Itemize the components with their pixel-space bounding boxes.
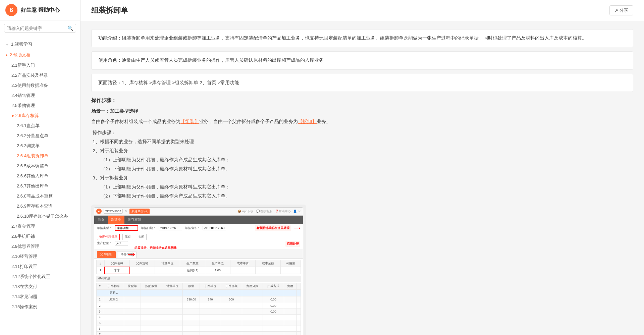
ss-close-btn[interactable]: 关闭 — [136, 234, 147, 240]
path-text: 1、库存核算->库存管理->组装拆卸单 2、首页->常用功能 — [122, 80, 239, 85]
th-avail: 可用量 — [280, 260, 301, 267]
ss-sub-table: # 子件名称 按配单 按配数量 计量单位 数量 子件单价 子件金额 费用分摊 扣… — [96, 283, 301, 335]
ss-type-label: 单据类型： — [97, 226, 112, 230]
ss-date-input[interactable] — [159, 226, 182, 230]
ss-bom-btn[interactable]: 选配件料清单 — [97, 234, 120, 240]
ss-nav-inventory[interactable]: 库存核算 — [124, 216, 145, 224]
td-num: 1 — [97, 267, 105, 274]
ss-new-btn[interactable]: 新建单据-入 — [129, 209, 150, 214]
sidebar-item-2-8[interactable]: 2.8手机旺铺 — [0, 231, 80, 241]
ss-nav-home[interactable]: 自贡 — [94, 216, 108, 224]
sidebar-item-2-6-9[interactable]: 2.6.9库存账本查询 — [0, 201, 80, 211]
scene1-desc: 当由多个子件材料组装成一个成品的业务为【组装】业务，当由一个父件拆分成多个子产品… — [91, 117, 633, 126]
ss-no-input[interactable] — [203, 226, 226, 230]
sidebar-item-2-14[interactable]: 2.14常见问题 — [0, 292, 80, 302]
ss-sub-table-wrap: 子件明细 # 子件名称 按配单 按配数量 计量单位 数量 子件单价 — [94, 276, 303, 335]
sidebar-item-install[interactable]: 2.2产品安装及登录 — [0, 70, 80, 80]
table-row: 1 米米 做切(+1) 1.00 — [97, 267, 301, 274]
sidebar-item-help[interactable]: ● 2.帮助文档 2.1新手入门 2.2产品安装及登录 2.3使用前数据准备 2… — [0, 50, 80, 312]
ss-frame: 6 TEST-H002 ⟳ 新建单据-入 📦 App下载 💬 在线客服 ❓帮助中… — [94, 207, 303, 335]
ss-navbar: 自贡 新建单 库存核算 — [94, 216, 303, 224]
table-row: 4 — [97, 314, 301, 320]
td-name: 米米 — [105, 267, 130, 274]
app-title: 好生意 帮助中心 — [21, 7, 60, 14]
ss-tab-section: 父件明细 子件明细 组装业务、拆卸业务在这里切换 — [94, 250, 303, 259]
sidebar-header: 6 好生意 帮助中心 — [0, 0, 80, 20]
td-avail — [280, 267, 301, 274]
share-button[interactable]: ↗ 分享 — [609, 5, 633, 15]
ops-title: 操作步骤： — [91, 97, 633, 104]
sidebar-item-2-9[interactable]: 2.9优惠券管理 — [0, 241, 80, 252]
main-area: 组装拆卸单 ↗ 分享 功能介绍：组装拆卸单用来处理企业组装或拆卸等加工业务，支持… — [80, 0, 644, 335]
ss-refresh-icon: ⟳ — [125, 210, 127, 213]
ss-form-row1: 单据类型： 单据日期： 单据编号： 有装配清单的在这里处理 ⟶ 选配件料清单 保… — [97, 225, 300, 240]
ss-sub-header: 子件明细 — [96, 276, 301, 282]
td-cost-amt — [255, 267, 280, 274]
ss-tab-parent[interactable]: 父件明细 — [97, 251, 116, 258]
sidebar-inventory-label: 2.6库存核算 — [15, 113, 39, 118]
th-unit: 计量单位 — [155, 260, 180, 267]
sidebar-item-2-6-1[interactable]: 2.6.1盘点单 — [0, 121, 80, 131]
sidebar-item-2-6-6[interactable]: 2.6.6其他入库单 — [0, 171, 80, 181]
ss-company-select: TEST-H002 — [104, 209, 123, 214]
sidebar-item-2-12[interactable]: 2.12系统个性化设置 — [0, 272, 80, 282]
func-intro-text: 组装拆卸单用来处理企业组装或拆卸等加工业务，支持有固定装配清单的产品加工业务，也… — [122, 36, 587, 41]
path-label: 页面路径： — [98, 80, 122, 85]
sidebar-item-2-7[interactable]: 2.7资金管理 — [0, 221, 80, 231]
sidebar-item-2-6-3[interactable]: 2.6.3调拨单 — [0, 141, 80, 151]
role-block: 使用角色：通常由生产人员或库管人员完成拆装业务的操作，库管人员确认原材料的出库和… — [91, 51, 633, 69]
sidebar-item-inventory[interactable]: ● 2.6库存核算 — [0, 111, 80, 121]
step1: 1、根据不同的业务，选择不同单据的类型来处理 — [91, 137, 633, 146]
ss-save-btn[interactable]: 保存 — [122, 234, 133, 240]
ss-arrow1: ⟶ — [293, 225, 300, 231]
func-intro-label: 功能介绍： — [98, 36, 122, 41]
sidebar-item-data-prep[interactable]: 2.3使用前数据准备 — [0, 80, 80, 91]
chevron-icon-help: ● — [5, 53, 8, 57]
sidebar-item-2-6-5[interactable]: 2.6.5成本调整单 — [0, 161, 80, 171]
sidebar-item-2-11[interactable]: 2.11打印设置 — [0, 262, 80, 272]
sidebar-item-video[interactable]: ＋ 1.视频学习 — [0, 39, 80, 50]
sidebar-item-2-15[interactable]: 2.15操作案例 — [0, 302, 80, 312]
ss-type-input[interactable] — [115, 225, 138, 231]
sidebar-item-newbie[interactable]: 2.1新手入门 — [0, 60, 80, 70]
th-prod-qty: 生产数量 — [180, 260, 205, 267]
ss-arrow2 — [128, 252, 138, 258]
sidebar-item-2-6-2[interactable]: 2.6.2分量盘点单 — [0, 131, 80, 141]
sidebar-item-video-label: 1.视频学习 — [11, 41, 32, 47]
sidebar-item-sales[interactable]: 2.4销售管理 — [0, 91, 80, 101]
td-unit — [155, 267, 180, 274]
sth-bom-qty: 按配数量 — [141, 283, 162, 289]
search-input[interactable] — [7, 26, 67, 31]
sidebar-item-2-6-7[interactable]: 2.6.7其他出库单 — [0, 181, 80, 191]
table-row: 1 周期 2 330.00140300 0.00 — [97, 296, 301, 303]
sidebar-item-help-label: 2.帮助文档 — [10, 52, 31, 58]
sth-op — [297, 283, 301, 289]
ss-tab-bar: 父件明细 子件明细 — [94, 250, 303, 259]
table-row: 周期 1 — [97, 289, 301, 296]
sidebar-item-2-6-10[interactable]: 2.6.10库存账本错了怎么办 — [0, 211, 80, 221]
main-header: 组装拆卸单 ↗ 分享 — [80, 0, 644, 21]
td-prod-qty: 做切(+1) — [180, 267, 205, 274]
sidebar-item-2-6-8[interactable]: 2.6.8商品成本重算 — [0, 191, 80, 201]
th-cost-amt: 成本金额 — [255, 260, 280, 267]
sidebar-item-purchase[interactable]: 2.5采购管理 — [0, 101, 80, 111]
step3-sub1: （1）上部明细为父件明细，最终作为原材料生成其它出库单； — [91, 182, 633, 191]
search-icon[interactable]: 🔍 — [67, 25, 73, 31]
nav-tree: ＋ 1.视频学习 ● 2.帮助文档 2.1新手入门 2.2产品安装及登录 2.3… — [0, 36, 80, 335]
step3: 3、对于拆装业务 — [91, 173, 633, 182]
th-spec: 父件规格 — [130, 260, 155, 267]
ss-qty-input[interactable] — [115, 241, 128, 246]
sidebar-item-2-6-4[interactable]: 2.6.4组装拆卸单 — [0, 151, 80, 161]
main-content: 功能介绍：组装拆卸单用来处理企业组装或拆卸等加工业务，支持有固定装配清单的产品加… — [80, 21, 644, 335]
assemble-highlight: 【组装】 — [180, 119, 199, 124]
sth-alloc: 费用分摊 — [242, 283, 263, 289]
sidebar-item-2-10[interactable]: 2.10经营管理 — [0, 252, 80, 262]
ss-nav-new[interactable]: 新建单 — [108, 216, 124, 224]
step2: 2、对于组装业务 — [91, 146, 633, 155]
td-spec — [130, 267, 155, 274]
sth-unit: 计量单位 — [162, 283, 183, 289]
ss-parent-table: # 父件名称 父件规格 计量单位 生产数量 生产单位 成本单价 成本金额 可用量 — [96, 260, 301, 274]
sth-bom: 按配单 — [124, 283, 141, 289]
sidebar-item-2-13[interactable]: 2.13在线支付 — [0, 282, 80, 292]
ss-annotation3-text: 启用处理 — [285, 241, 300, 247]
